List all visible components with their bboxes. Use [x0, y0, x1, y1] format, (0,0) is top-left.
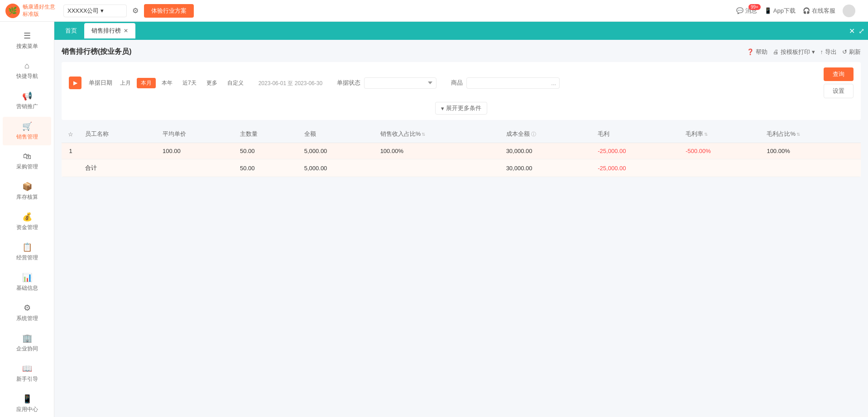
- tab-right-actions: ✕ ⤢: [849, 27, 864, 35]
- goods-filter: 商品 ...: [451, 77, 560, 89]
- query-button[interactable]: 查询: [824, 67, 854, 81]
- table-container: ☆ 员工名称 平均单价 主数量 全额 销售收入占比%⇅ 成本全额 ⓘ 毛利 毛利…: [62, 125, 861, 177]
- settings-icon[interactable]: ⚙: [130, 5, 140, 17]
- filter-expand-toggle[interactable]: ▶: [69, 77, 82, 89]
- goods-input[interactable]: [466, 77, 560, 89]
- cell-cost: 30,000.00: [501, 143, 593, 159]
- data-table: ☆ 员工名称 平均单价 主数量 全额 销售收入占比%⇅ 成本全额 ⓘ 毛利 毛利…: [62, 125, 861, 177]
- experience-button[interactable]: 体验行业方案: [144, 4, 194, 18]
- date-tab-more[interactable]: 更多: [202, 78, 221, 88]
- date-tab-last7days[interactable]: 近7天: [178, 78, 201, 88]
- sidebar-item-label: 资金管理: [16, 224, 38, 231]
- total-gross-profit: -25,000.00: [592, 159, 680, 177]
- date-tab-last-month[interactable]: 上月: [116, 78, 135, 88]
- sidebar-item-label: 应用中心: [16, 406, 38, 413]
- sidebar: ☰ 搜索菜单 ⌂ 快捷导航 📢 营销推广 🛒 销售管理 🛍 采购管理 📦 库存核…: [0, 22, 54, 417]
- date-filter-label: 单据日期: [89, 79, 112, 87]
- system-icon: ⚙: [24, 303, 31, 313]
- operations-icon: 📋: [22, 242, 32, 252]
- gross-pct-sort-icon[interactable]: ⇅: [796, 132, 800, 137]
- tab-expand-btn[interactable]: ⤢: [858, 27, 864, 35]
- search-order-icon: ☰: [24, 31, 31, 41]
- home-icon: ⌂: [24, 61, 29, 71]
- status-select[interactable]: [364, 77, 436, 89]
- sidebar-item-label: 采购管理: [16, 163, 38, 171]
- col-employee: 员工名称: [80, 125, 157, 143]
- goods-filter-label: 商品: [451, 79, 463, 87]
- gross-rate-sort-icon[interactable]: ⇅: [704, 132, 708, 137]
- sidebar-item-operations[interactable]: 📋 经营管理: [3, 238, 51, 266]
- sidebar-item-app-center[interactable]: 📱 应用中心: [3, 389, 51, 417]
- basic-info-icon: 📊: [22, 273, 32, 283]
- sidebar-item-basic-info[interactable]: 📊 基础信息: [3, 268, 51, 297]
- finance-icon: 💰: [22, 212, 32, 222]
- page-header: 销售排行榜(按业务员) ❓ 帮助 🖨 按模板打印 ▾ ↑ 导出: [62, 47, 861, 57]
- total-row: 合计 50.00 5,000.00 30,000.00 -25,000.00: [62, 159, 861, 177]
- logo-icon: 🌿: [5, 4, 20, 18]
- sidebar-item-purchase[interactable]: 🛍 采购管理: [3, 147, 51, 175]
- sidebar-item-inventory[interactable]: 📦 库存核算: [3, 177, 51, 206]
- expand-filters-button[interactable]: ▾ 展开更多条件: [435, 102, 487, 115]
- marketing-icon: 📢: [22, 91, 32, 101]
- goods-more-icon[interactable]: ...: [551, 80, 556, 86]
- sidebar-item-search-order[interactable]: ☰ 搜索菜单: [3, 26, 51, 55]
- refresh-icon: ↺: [842, 48, 847, 55]
- query-actions: 查询 设置: [824, 67, 854, 98]
- refresh-button[interactable]: ↺ 刷新: [842, 48, 861, 56]
- sidebar-item-label: 经营管理: [16, 254, 38, 262]
- export-icon: ↑: [820, 48, 824, 55]
- date-tab-this-year[interactable]: 本年: [158, 78, 177, 88]
- total-gross-rate: [680, 159, 761, 177]
- tab-sales-rank[interactable]: 销售排行榜 ✕: [84, 23, 135, 38]
- cost-info-icon[interactable]: ⓘ: [530, 131, 536, 137]
- tab-close-window-btn[interactable]: ✕: [849, 27, 855, 35]
- top-right: 💬 消息 99+ 📱 App下载 🎧 在线客服: [736, 5, 863, 17]
- logo-text: 畅康通好生意 标准版: [23, 4, 55, 18]
- date-range-display: 2023-06-01 至 2023-06-30: [259, 79, 322, 87]
- table-header-row: ☆ 员工名称 平均单价 主数量 全额 销售收入占比%⇅ 成本全额 ⓘ 毛利 毛利…: [62, 125, 861, 143]
- sidebar-item-finance[interactable]: 💰 资金管理: [3, 207, 51, 236]
- settings-button[interactable]: 设置: [824, 84, 854, 98]
- total-main-qty: 50.00: [235, 159, 299, 177]
- table-footer: 合计 50.00 5,000.00 30,000.00 -25,000.00: [62, 159, 861, 177]
- date-tab-this-month[interactable]: 本月: [137, 78, 156, 88]
- online-service-button[interactable]: 🎧 在线客服: [803, 7, 835, 15]
- cell-main-qty: 50.00: [235, 143, 299, 159]
- status-filter-label: 单据状态: [337, 79, 360, 87]
- purchase-icon: 🛍: [23, 152, 31, 161]
- sidebar-item-quick-nav[interactable]: ⌂ 快捷导航: [3, 57, 51, 85]
- cell-employee: [80, 143, 157, 159]
- sidebar-item-label: 销售管理: [16, 133, 38, 141]
- beginner-icon: 📖: [22, 364, 32, 374]
- message-button[interactable]: 💬 消息 99+: [736, 7, 757, 15]
- sidebar-item-system[interactable]: ⚙ 系统管理: [3, 298, 51, 327]
- cell-gross-profit: -25,000.00: [592, 143, 680, 159]
- date-tab-custom[interactable]: 自定义: [223, 78, 248, 88]
- page-title: 销售排行榜(按业务员): [62, 47, 132, 57]
- message-icon: 💬: [736, 7, 743, 14]
- header-actions: ❓ 帮助 🖨 按模板打印 ▾ ↑ 导出 ↺ 刷新: [747, 48, 861, 56]
- sidebar-item-sales[interactable]: 🛒 销售管理: [3, 117, 51, 145]
- company-selector[interactable]: XXXXX公司 ▾: [63, 5, 127, 17]
- app-download-button[interactable]: 📱 App下载: [764, 7, 796, 15]
- sidebar-item-enterprise[interactable]: 🏢 企业协同: [3, 329, 51, 357]
- headset-icon: 🎧: [803, 7, 810, 14]
- template-print-button[interactable]: 🖨 按模板打印 ▾: [773, 48, 815, 56]
- sidebar-item-marketing[interactable]: 📢 营销推广: [3, 86, 51, 115]
- export-button[interactable]: ↑ 导出: [820, 48, 837, 56]
- col-gross-profit: 毛利: [592, 125, 680, 143]
- col-main-qty: 主数量: [235, 125, 299, 143]
- expand-row: ▾ 展开更多条件: [69, 102, 854, 115]
- sales-pct-sort-icon[interactable]: ⇅: [422, 132, 425, 137]
- sidebar-item-label: 搜索菜单: [16, 43, 38, 50]
- total-amount: 5,000.00: [299, 159, 375, 177]
- phone-icon: 📱: [764, 7, 772, 14]
- sales-icon: 🛒: [22, 121, 32, 131]
- tab-close-icon[interactable]: ✕: [124, 28, 128, 34]
- col-cost: 成本全额 ⓘ: [501, 125, 593, 143]
- help-button[interactable]: ❓ 帮助: [747, 48, 767, 56]
- chevron-down-icon: ▾: [812, 48, 815, 55]
- user-avatar[interactable]: [843, 5, 855, 17]
- tab-home[interactable]: 首页: [58, 23, 84, 38]
- sidebar-item-beginner[interactable]: 📖 新手引导: [3, 359, 51, 388]
